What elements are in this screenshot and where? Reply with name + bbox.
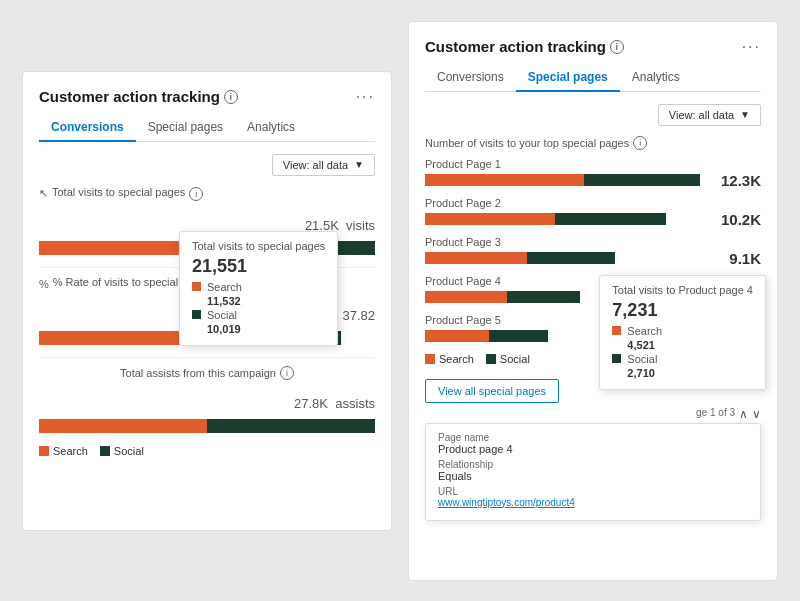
- filter-tooltip-container: ge 1 of 3 ∧ ∨ Page name Product page 4 R…: [425, 407, 761, 521]
- left-title-info-icon[interactable]: i: [224, 90, 238, 104]
- right-tooltip: Total visits to Product page 4 7,231 Sea…: [599, 275, 766, 390]
- left-dropdown-chevron-icon: ▼: [354, 159, 364, 170]
- left-assists-header: Total assists from this campaign i: [39, 366, 375, 380]
- right-view-dropdown: View: all data ▼: [425, 104, 761, 126]
- left-panel-header: Customer action tracking i ···: [39, 88, 375, 106]
- right-legend-search-dot: [425, 354, 435, 364]
- left-legend-social: Social: [100, 445, 144, 457]
- left-tabs: Conversions Special pages Analytics: [39, 114, 375, 142]
- right-tooltip-search-dot: [612, 326, 621, 335]
- left-legend-search: Search: [39, 445, 88, 457]
- pct-icon: %: [39, 278, 49, 290]
- page-item-1: Product Page 1 12.3K: [425, 158, 761, 189]
- right-tooltip-search-value-row: 4,521: [612, 339, 753, 351]
- filter-url-row: URL www.wingtiptoys.com/product4: [438, 486, 748, 508]
- right-panel: Customer action tracking i ··· Conversio…: [408, 21, 778, 581]
- nav-next-icon[interactable]: ∨: [752, 407, 761, 421]
- right-tooltip-social-value-row: 2,710: [612, 367, 753, 379]
- left-view-dropdown: View: all data ▼: [39, 154, 375, 176]
- page-item-4: Product Page 4 7.2K Total visits to Prod…: [425, 275, 761, 306]
- left-tab-conversions[interactable]: Conversions: [39, 114, 136, 142]
- left-legend-social-dot: [100, 446, 110, 456]
- right-dropdown-btn[interactable]: View: all data ▼: [658, 104, 761, 126]
- right-title-info-icon[interactable]: i: [610, 40, 624, 54]
- special-visits-info-icon[interactable]: i: [189, 187, 203, 201]
- right-tab-analytics[interactable]: Analytics: [620, 64, 692, 92]
- left-more-menu-icon[interactable]: ···: [356, 88, 375, 106]
- cursor-icon: ↖: [39, 187, 48, 200]
- left-assists-bar-orange: [39, 419, 207, 433]
- left-assists-bar: [39, 419, 375, 433]
- right-tooltip-search-row: Search: [612, 325, 753, 337]
- right-legend-search: Search: [425, 353, 474, 365]
- right-dropdown-chevron-icon: ▼: [740, 109, 750, 120]
- right-tabs: Conversions Special pages Analytics: [425, 64, 761, 92]
- left-tooltip-title: Total visits to special pages: [192, 240, 325, 252]
- left-panel: Customer action tracking i ··· Conversio…: [22, 71, 392, 531]
- right-tooltip-total: 7,231: [612, 300, 753, 321]
- left-tooltip-total: 21,551: [192, 256, 325, 277]
- right-legend-social-dot: [486, 354, 496, 364]
- left-tooltip: Total visits to special pages 21,551 Sea…: [179, 231, 338, 346]
- right-tooltip-social-dot: [612, 354, 621, 363]
- page-item-3: Product Page 3 9.1K: [425, 236, 761, 267]
- nav-prev-icon[interactable]: ∧: [739, 407, 748, 421]
- right-tooltip-title: Total visits to Product page 4: [612, 284, 753, 296]
- left-special-visits-header: ↖ Total visits to special pages i: [39, 186, 375, 202]
- left-divider-2: [39, 357, 375, 358]
- left-legend: Search Social: [39, 445, 375, 457]
- page-item-2: Product Page 2 10.2K: [425, 197, 761, 228]
- view-all-special-pages-btn[interactable]: View all special pages: [425, 379, 559, 403]
- right-tab-special-pages[interactable]: Special pages: [516, 64, 620, 92]
- left-special-visits-bar-container: Total visits to special pages 21,551 Sea…: [39, 241, 375, 255]
- filter-tooltip: Page name Product page 4 Relationship Eq…: [425, 423, 761, 521]
- right-more-menu-icon[interactable]: ···: [742, 38, 761, 56]
- left-assists-bar-dark: [207, 419, 375, 433]
- right-tab-conversions[interactable]: Conversions: [425, 64, 516, 92]
- left-tab-special-pages[interactable]: Special pages: [136, 114, 235, 142]
- left-tooltip-social-value-row: 10,019: [192, 323, 325, 335]
- right-panel-header: Customer action tracking i ···: [425, 38, 761, 56]
- left-panel-title: Customer action tracking i: [39, 88, 238, 105]
- right-tooltip-social-row: Social: [612, 353, 753, 365]
- page-counter: ge 1 of 3: [696, 407, 735, 418]
- right-section-info-icon[interactable]: i: [633, 136, 647, 150]
- filter-relationship-row: Relationship Equals: [438, 459, 748, 482]
- right-legend-social: Social: [486, 353, 530, 365]
- left-tab-analytics[interactable]: Analytics: [235, 114, 307, 142]
- right-page-list: Product Page 1 12.3K Product Page 2 10.2…: [425, 158, 761, 345]
- left-tooltip-search-row: Search: [192, 281, 325, 293]
- left-tooltip-search-value-row: 11,532: [192, 295, 325, 307]
- left-tooltip-search-dot: [192, 282, 201, 291]
- left-dropdown-btn[interactable]: View: all data ▼: [272, 154, 375, 176]
- filter-page-name-row: Page name Product page 4: [438, 432, 748, 455]
- right-section-header: Number of visits to your top special pag…: [425, 136, 761, 150]
- right-panel-title: Customer action tracking i: [425, 38, 624, 55]
- left-tooltip-social-row: Social: [192, 309, 325, 321]
- left-tooltip-social-dot: [192, 310, 201, 319]
- left-legend-search-dot: [39, 446, 49, 456]
- assists-info-icon[interactable]: i: [280, 366, 294, 380]
- left-assists-value: 27.8K assists: [39, 384, 375, 415]
